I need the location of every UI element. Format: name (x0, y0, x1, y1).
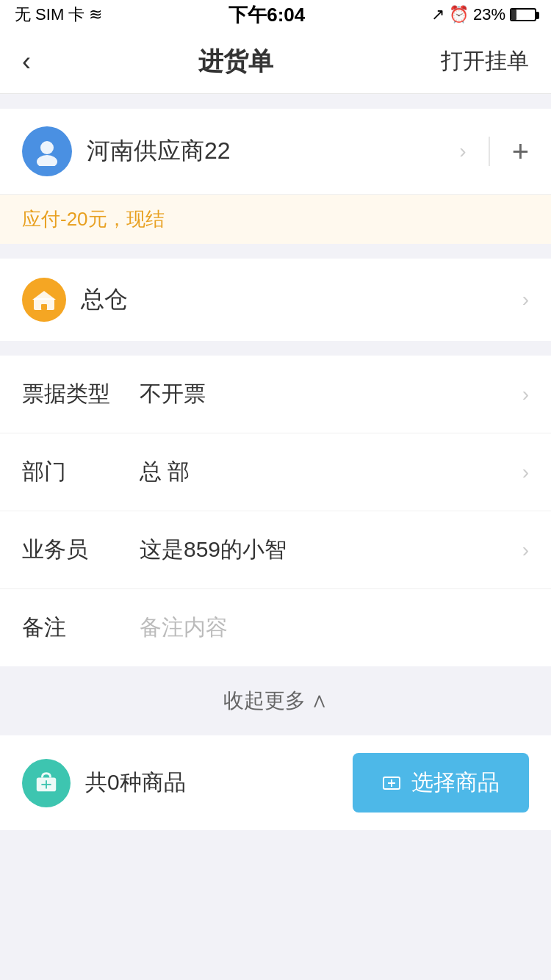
remark-input[interactable]: 备注内容 (140, 613, 529, 643)
back-button[interactable]: ‹ (22, 46, 31, 77)
status-left: 无 SIM 卡 ≋ (15, 4, 102, 26)
svg-point-0 (40, 141, 54, 154)
invoice-row[interactable]: 票据类型 不开票 › (0, 356, 551, 433)
supplier-name: 河南供应商22 (87, 135, 459, 167)
alarm-icon: ⏰ (449, 5, 469, 24)
svg-rect-4 (41, 304, 47, 310)
battery-icon (510, 8, 536, 21)
add-supplier-icon[interactable]: + (512, 135, 529, 168)
product-icon (22, 759, 71, 807)
warehouse-row[interactable]: 总仓 › (0, 259, 551, 341)
sales-chevron-icon: › (522, 538, 529, 562)
content-area (0, 830, 551, 980)
top-gap (0, 94, 551, 109)
supplier-card: 河南供应商22 › + 应付-20元，现结 (0, 109, 551, 244)
select-product-button[interactable]: 选择商品 (353, 753, 529, 813)
battery-text: 23% (473, 5, 505, 24)
page-title: 进货单 (198, 45, 273, 79)
open-pending-button[interactable]: 打开挂单 (441, 46, 529, 76)
warehouse-icon (22, 278, 66, 322)
invoice-value: 不开票 (140, 379, 522, 409)
supplier-avatar (22, 126, 72, 176)
notice-banner: 应付-20元，现结 (0, 195, 551, 244)
gap-2 (0, 341, 551, 356)
department-value: 总 部 (140, 457, 522, 487)
warehouse-card: 总仓 › (0, 259, 551, 341)
warehouse-chevron-icon: › (522, 288, 529, 311)
nav-bar: ‹ 进货单 打开挂单 (0, 29, 551, 94)
supplier-actions: › + (459, 135, 529, 168)
supplier-row[interactable]: 河南供应商22 › + (0, 109, 551, 195)
status-time: 下午6:04 (228, 2, 305, 28)
location-icon: ↗ (431, 5, 444, 24)
form-card: 票据类型 不开票 › 部门 总 部 › 业务员 这是859的小智 › 备注 备注… (0, 356, 551, 666)
invoice-chevron-icon: › (522, 383, 529, 406)
warehouse-name: 总仓 (81, 284, 522, 316)
sales-value: 这是859的小智 (140, 535, 522, 565)
department-label: 部门 (22, 457, 125, 487)
collapse-button[interactable]: 收起更多 ∧ (0, 666, 551, 735)
remark-label: 备注 (22, 613, 125, 643)
supplier-divider (489, 137, 490, 166)
department-chevron-icon: › (522, 461, 529, 484)
status-bar: 无 SIM 卡 ≋ 下午6:04 ↗ ⏰ 23% (0, 0, 551, 29)
sales-row[interactable]: 业务员 这是859的小智 › (0, 511, 551, 588)
gap-1 (0, 244, 551, 259)
supplier-chevron-icon: › (459, 140, 466, 163)
svg-point-1 (37, 155, 57, 166)
bottom-section: 共0种商品 选择商品 (0, 735, 551, 830)
remark-row[interactable]: 备注 备注内容 (0, 588, 551, 666)
status-right: ↗ ⏰ 23% (431, 5, 536, 24)
sales-label: 业务员 (22, 535, 125, 565)
department-row[interactable]: 部门 总 部 › (0, 433, 551, 511)
sim-signal: 无 SIM 卡 ≋ (15, 4, 102, 26)
svg-marker-3 (32, 291, 56, 300)
invoice-label: 票据类型 (22, 379, 125, 409)
select-product-label: 选择商品 (411, 768, 500, 798)
product-count: 共0种商品 (85, 768, 338, 798)
